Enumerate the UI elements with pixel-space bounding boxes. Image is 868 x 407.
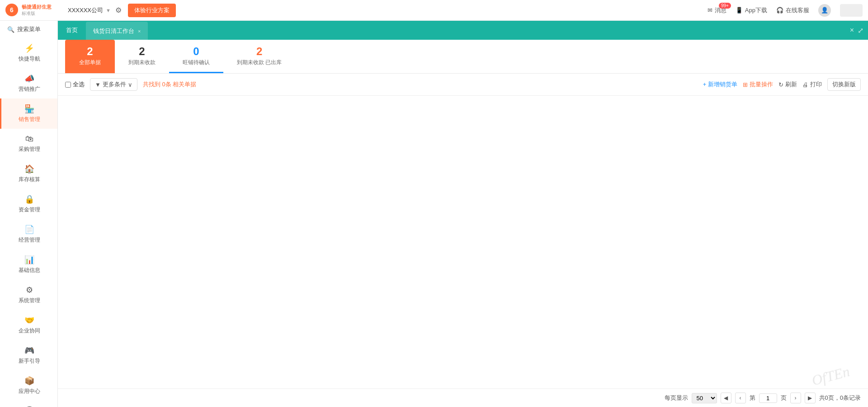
sidebar-item-basic[interactable]: 📊 基础信息 [0, 249, 57, 280]
table-area [58, 96, 868, 388]
trial-button[interactable]: 体验行业方案 [128, 4, 176, 17]
inventory-icon: 🏠 [24, 164, 34, 174]
stat-num-overdue-shipped: 2 [256, 45, 262, 58]
sidebar-item-quick-nav[interactable]: ⚡ 快捷导航 [0, 38, 57, 68]
select-all-label: 全选 [73, 80, 85, 89]
logo-sub: 标准版 [22, 10, 52, 17]
close-tab-button[interactable]: × [850, 26, 854, 34]
sidebar-item-finance[interactable]: 🔒 资金管理 [0, 189, 57, 219]
last-page-button[interactable]: ▶ [805, 393, 816, 403]
sidebar-item-enterprise[interactable]: 🤝 企业协同 [0, 310, 57, 340]
settings-icon[interactable]: ⚙ [115, 6, 122, 14]
checkbox-input[interactable] [65, 82, 71, 88]
service-icon: 🎧 [776, 7, 783, 14]
stat-label-overdue: 到期未收款 [128, 59, 156, 66]
batch-op-button[interactable]: ⊞ 批量操作 [743, 80, 773, 89]
company-name: XXXXXX公司 [68, 6, 103, 14]
system-icon: ⚙ [26, 285, 33, 295]
filter-button[interactable]: ▼ 更多条件 ∨ [90, 78, 137, 91]
sidebar: 🔍 搜索菜单 ⚡ 快捷导航 📣 营销推广 🏪 销售管理 🛍 采购管理 🏠 库存核… [0, 21, 58, 407]
toolbar: 全选 ▼ 更多条件 ∨ 共找到 0条 相关单据 + 新增销货单 ⊞ 批量操作 ↻ [58, 74, 868, 96]
tab-home[interactable]: 首页 [58, 21, 86, 40]
search-menu-label: 搜索菜单 [17, 25, 41, 33]
message-badge: 99+ [719, 3, 731, 9]
purchase-icon: 🛍 [25, 134, 33, 144]
sidebar-item-label: 基础信息 [19, 267, 40, 274]
sidebar-item-operations[interactable]: 📄 经营管理 [0, 219, 57, 249]
stats-tabs: 2 全部单据 2 到期未收款 0 旺铺待确认 2 到期未收款 已出库 [58, 40, 868, 74]
marketing-icon: 📣 [24, 74, 34, 84]
new-sale-button[interactable]: + 新增销货单 [703, 80, 737, 89]
refresh-button[interactable]: ↻ 刷新 [778, 80, 797, 89]
operations-icon: 📄 [24, 225, 34, 234]
sidebar-item-label: 营销推广 [19, 85, 40, 93]
logo-icon: 6 [5, 4, 18, 16]
first-page-button[interactable]: ◀ [721, 393, 731, 403]
tab-actions: × ⤢ [850, 26, 868, 35]
stat-num-overdue: 2 [139, 45, 145, 58]
user-name-area[interactable] [840, 4, 863, 17]
stat-tab-all[interactable]: 2 全部单据 [65, 40, 115, 73]
basic-icon: 📊 [24, 255, 34, 265]
top-bar: 6 畅捷通好生意 标准版 XXXXXX公司 ▼ ⚙ 体验行业方案 ✉ 消息 99… [0, 0, 868, 21]
app-download-button[interactable]: 📱 App下载 [736, 6, 767, 14]
sidebar-item-inventory[interactable]: 🏠 库存核算 [0, 159, 57, 189]
page-input[interactable] [759, 393, 777, 403]
per-page-label: 每页显示 [665, 394, 688, 402]
filter-icon: ▼ [95, 81, 101, 88]
sidebar-item-marketing[interactable]: 📣 营销推广 [0, 68, 57, 98]
sidebar-item-system[interactable]: ⚙ 系统管理 [0, 280, 57, 310]
tab-label: 钱货日清工作台 [93, 27, 134, 35]
filter-label: 更多条件 [103, 80, 126, 89]
select-all-checkbox[interactable]: 全选 [65, 80, 85, 89]
toolbar-right: + 新增销货单 ⊞ 批量操作 ↻ 刷新 🖨 打印 切换新版 [703, 78, 861, 91]
print-button[interactable]: 🖨 打印 [802, 80, 822, 89]
expand-button[interactable]: ⤢ [858, 26, 863, 35]
message-button[interactable]: ✉ 消息 99+ [708, 6, 726, 14]
chevron-down-icon: ▼ [106, 8, 111, 13]
sales-icon: 🏪 [24, 104, 34, 114]
logo-text: 畅捷通好生意 [22, 4, 52, 10]
sidebar-item-sales[interactable]: 🏪 销售管理 [0, 98, 57, 129]
tab-current[interactable]: 钱货日清工作台 × [86, 22, 148, 41]
main-wrapper: 首页 钱货日清工作台 × × ⤢ 2 全部单据 2 到期未收款 0 旺铺待确认 [58, 21, 868, 407]
company-selector[interactable]: XXXXXX公司 ▼ [68, 6, 111, 14]
batch-icon: ⊞ [743, 81, 748, 88]
refresh-icon: ↻ [778, 81, 783, 88]
online-service-button[interactable]: 🎧 在线客服 [776, 6, 809, 14]
filter-chevron: ∨ [128, 81, 132, 88]
sidebar-item-label: 资金管理 [19, 206, 40, 214]
stat-num-pending: 0 [193, 45, 199, 58]
sidebar-item-apps[interactable]: 📦 应用中心 [0, 370, 57, 401]
online-service-label: 在线客服 [786, 6, 809, 14]
found-prefix: 共找到 [143, 81, 160, 88]
found-suffix: 相关单据 [173, 81, 196, 88]
sidebar-item-guide[interactable]: 🎮 新手引导 [0, 340, 57, 370]
sidebar-item-label: 销售管理 [19, 116, 40, 123]
stat-tab-pending[interactable]: 0 旺铺待确认 [169, 40, 223, 73]
apps-icon: 📦 [24, 376, 34, 386]
search-menu-item[interactable]: 🔍 搜索菜单 [0, 21, 57, 38]
stat-tab-overdue-shipped[interactable]: 2 到期未收款 已出库 [223, 40, 295, 73]
sidebar-item-label: 快捷导航 [19, 55, 40, 63]
top-right-actions: ✉ 消息 99+ 📱 App下载 🎧 在线客服 👤 [708, 4, 863, 17]
sidebar-item-wechat[interactable]: 💬 企业微信 [0, 401, 57, 407]
stat-tab-overdue[interactable]: 2 到期未收款 [115, 40, 169, 73]
sidebar-item-purchase[interactable]: 🛍 采购管理 [0, 129, 57, 159]
avatar-icon: 👤 [821, 7, 828, 14]
app-download-label: App下载 [745, 6, 767, 14]
found-count: 0条 [162, 81, 171, 88]
switch-new-button[interactable]: 切换新版 [827, 78, 861, 91]
tab-close-icon[interactable]: × [138, 28, 141, 34]
per-page-select[interactable]: 50 100 200 [692, 393, 717, 403]
content-area: 2 全部单据 2 到期未收款 0 旺铺待确认 2 到期未收款 已出库 全选 [58, 40, 868, 407]
search-icon: 🔍 [7, 26, 14, 33]
sidebar-item-label: 经营管理 [19, 236, 40, 244]
sidebar-item-label: 采购管理 [19, 145, 40, 153]
next-page-button[interactable]: › [790, 393, 801, 403]
prev-page-button[interactable]: ‹ [735, 393, 746, 403]
page-label: 第 [750, 394, 755, 402]
avatar[interactable]: 👤 [818, 4, 831, 17]
sidebar-item-label: 系统管理 [19, 297, 40, 304]
enterprise-icon: 🤝 [24, 315, 34, 325]
